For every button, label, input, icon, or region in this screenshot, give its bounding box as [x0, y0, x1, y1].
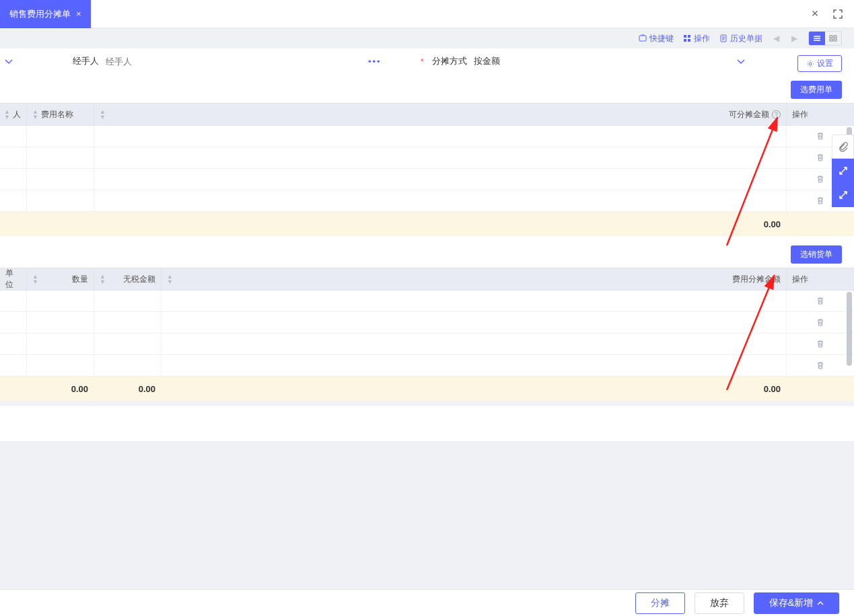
memo-area	[0, 406, 854, 441]
expand-icon[interactable]	[832, 159, 854, 183]
prev-doc-icon[interactable]: ◀	[772, 34, 781, 43]
svg-point-10	[809, 63, 812, 65]
col-payee: 人	[13, 109, 21, 120]
total-qty: 0.00	[71, 384, 88, 394]
toolbar: 快捷键 操作 历史单据 ◀ ▶	[0, 28, 854, 48]
total-notax: 0.00	[139, 384, 155, 394]
select-fee-bill-button[interactable]: 选费用单	[791, 81, 842, 99]
settings-button[interactable]: 设置	[797, 55, 842, 72]
sort-icon[interactable]: ▲▼	[167, 274, 173, 284]
svg-rect-8	[830, 39, 832, 41]
table-row[interactable]	[0, 147, 854, 169]
scrollbar[interactable]	[847, 292, 852, 366]
sort-icon[interactable]: ▲▼	[32, 274, 38, 284]
footer: 分摊 放弃 保存&新增	[0, 589, 854, 616]
next-doc-icon[interactable]: ▶	[790, 34, 799, 43]
col-fee-name: 费用名称	[41, 109, 73, 120]
table-row[interactable]	[0, 334, 854, 355]
svg-rect-0	[639, 36, 646, 41]
col-fee-alloc: 费用分摊金额	[732, 274, 781, 285]
svg-rect-9	[834, 39, 837, 41]
method-dropdown-icon[interactable]	[736, 58, 746, 65]
table-row[interactable]	[0, 169, 854, 190]
fee-table-header: ▲▼ 人 ▲▼ 费用名称 ▲▼ 可分摊金额 ? 操作	[0, 103, 854, 126]
view-list-icon[interactable]	[809, 32, 825, 45]
trash-icon[interactable]	[816, 297, 824, 305]
tab-bar: 销售费用分摊单 × ×	[0, 0, 854, 28]
right-float-toolbar	[832, 134, 854, 207]
allocate-button[interactable]: 分摊	[635, 592, 685, 614]
trash-icon[interactable]	[816, 153, 824, 162]
table-row[interactable]	[0, 291, 854, 312]
handler-input[interactable]	[106, 56, 361, 67]
tab-sales-fee-alloc[interactable]: 销售费用分摊单 ×	[0, 0, 91, 28]
more-icon[interactable]: •••	[368, 56, 382, 67]
table-row[interactable]	[0, 190, 854, 212]
fee-table: ▲▼ 人 ▲▼ 费用名称 ▲▼ 可分摊金额 ? 操作 0.00	[0, 103, 854, 236]
sort-icon[interactable]: ▲▼	[100, 274, 106, 284]
svg-rect-4	[688, 39, 690, 42]
history-link[interactable]: 历史单据	[719, 33, 762, 44]
required-mark: *	[421, 56, 424, 67]
table-row[interactable]	[0, 355, 854, 377]
fee-total-row: 0.00	[0, 212, 854, 236]
col-operate: 操作	[792, 109, 808, 120]
col-operate: 操作	[792, 274, 808, 285]
trash-icon[interactable]	[816, 318, 824, 327]
col-qty: 数量	[72, 274, 88, 285]
col-alloc-amount: 可分摊金额	[729, 109, 769, 120]
dropdown-icon[interactable]	[0, 58, 13, 65]
help-icon[interactable]: ?	[772, 110, 781, 119]
fee-total: 0.00	[764, 219, 781, 229]
svg-rect-6	[830, 36, 832, 38]
trash-icon[interactable]	[816, 175, 824, 184]
trash-icon[interactable]	[816, 361, 824, 370]
total-alloc: 0.00	[764, 384, 781, 394]
trash-icon[interactable]	[816, 196, 824, 205]
handler-label: 经手人	[73, 55, 99, 67]
form-header: 经手人 ••• * 分摊方式 按金额 设置	[0, 48, 854, 77]
expand2-icon[interactable]	[832, 183, 854, 207]
sales-total-row: 0.00 0.00 0.00	[0, 377, 854, 401]
svg-rect-3	[684, 39, 686, 42]
shortcut-link[interactable]: 快捷键	[639, 33, 674, 44]
table2-actions: 选销货单	[0, 236, 854, 268]
close-panel-icon[interactable]: ×	[807, 6, 823, 22]
attachment-icon[interactable]	[832, 134, 854, 159]
select-sales-bill-button[interactable]: 选销货单	[791, 245, 842, 264]
operate-link[interactable]: 操作	[683, 33, 710, 44]
method-label: 分摊方式	[432, 55, 467, 67]
view-grid-icon[interactable]	[825, 32, 841, 45]
sales-table-header: 单位 ▲▼ 数量 ▲▼ 无税金额 ▲▼ 费用分摊金额 操作	[0, 268, 854, 291]
sales-table: 单位 ▲▼ 数量 ▲▼ 无税金额 ▲▼ 费用分摊金额 操作 0.00 0.00 …	[0, 268, 854, 401]
table1-actions: 选费用单	[0, 77, 854, 103]
close-icon[interactable]: ×	[76, 9, 81, 19]
view-toggle	[808, 31, 842, 46]
trash-icon[interactable]	[816, 132, 824, 141]
sort-icon[interactable]: ▲▼	[4, 109, 10, 120]
svg-rect-7	[834, 36, 837, 38]
trash-icon[interactable]	[816, 340, 824, 348]
table-row[interactable]	[0, 126, 854, 147]
discard-button[interactable]: 放弃	[695, 592, 744, 614]
fullscreen-icon[interactable]	[830, 6, 846, 22]
svg-rect-1	[684, 35, 686, 38]
col-unit: 单位	[5, 268, 21, 291]
svg-rect-2	[688, 35, 690, 38]
table-row[interactable]	[0, 312, 854, 334]
col-notax: 无税金额	[123, 274, 155, 285]
sort-icon[interactable]: ▲▼	[100, 109, 106, 120]
save-new-button[interactable]: 保存&新增	[754, 592, 839, 614]
sort-icon[interactable]: ▲▼	[32, 109, 38, 120]
method-value[interactable]: 按金额	[474, 55, 730, 67]
tab-title: 销售费用分摊单	[9, 8, 71, 20]
